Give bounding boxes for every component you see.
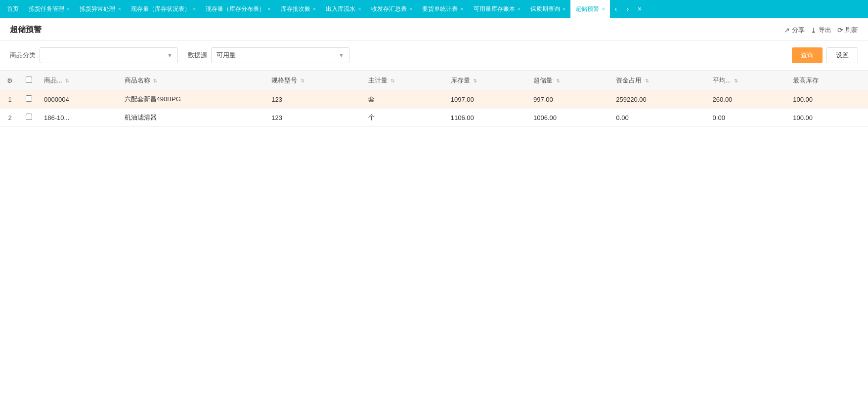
nav-arrow-left[interactable]: ‹ (610, 0, 622, 18)
row-index: 1 (0, 90, 20, 109)
row-max-stock: 100.00 (787, 109, 868, 127)
close-icon[interactable]: × (67, 6, 70, 12)
sort-icon: ⇅ (734, 78, 738, 83)
nav-item-7[interactable]: 收发存汇总表 × (366, 0, 417, 18)
row-stock: 1106.00 (445, 109, 527, 127)
nav-arrow-right[interactable]: › (622, 0, 634, 18)
sort-icon: ⇅ (473, 78, 477, 83)
category-select[interactable]: ▼ (40, 47, 178, 63)
nav-item-label: 拣货异常处理 (80, 5, 115, 13)
row-product-code: 0000004 (38, 90, 119, 109)
col-product-code[interactable]: 商品... ⇅ (38, 71, 119, 90)
nav-item-label: 出入库流水 (326, 5, 355, 13)
nav-item-label: 要货单统计表 (422, 5, 458, 13)
close-icon[interactable]: × (358, 6, 361, 12)
col-capital[interactable]: 资金占用 ⇅ (610, 71, 706, 90)
sort-icon: ⇅ (301, 78, 304, 83)
row-product-code: 186-10... (38, 109, 119, 127)
gear-column-header: ⚙ (0, 71, 20, 90)
nav-item-4[interactable]: 现存量（库存分布表） × (201, 0, 275, 18)
datasource-select[interactable]: 可用量 ▼ (211, 47, 349, 63)
nav-item-6[interactable]: 出入库流水 × (321, 0, 366, 18)
nav-item-3[interactable]: 现存量（库存状况表） × (126, 0, 201, 18)
table-row: 2 186-10... 机油滤清器 123 个 1106.00 1006.00 … (0, 109, 868, 127)
header-actions: ↗ 分享 ⤓ 导出 ⟳ 刷新 (784, 26, 858, 35)
sort-icon: ⇅ (153, 78, 157, 83)
close-icon[interactable]: × (409, 6, 412, 12)
nav-arrow-close[interactable]: × (634, 0, 646, 18)
nav-item-label: 可用量库存账本 (474, 5, 515, 13)
sort-icon: ⇅ (391, 78, 394, 83)
close-icon[interactable]: × (267, 6, 270, 12)
nav-item-active[interactable]: 超储预警 × (570, 0, 609, 18)
gear-icon[interactable]: ⚙ (7, 77, 13, 84)
table-header-row: ⚙ 商品... ⇅ 商品名称 ⇅ 规格型号 ⇅ (0, 71, 868, 90)
filter-label-datasource: 数据源 (188, 51, 207, 60)
share-button[interactable]: ↗ 分享 (784, 26, 805, 35)
close-icon[interactable]: × (563, 6, 565, 12)
col-label: 规格型号 (271, 77, 297, 84)
nav-bar: 首页 拣货任务管理 × 拣货异常处理 × 现存量（库存状况表） × 现存量（库存… (0, 0, 868, 18)
nav-item-5[interactable]: 库存批次账 × (276, 0, 321, 18)
col-label: 主计量 (368, 77, 388, 84)
row-product-name: 机油滤清器 (119, 109, 266, 127)
export-icon: ⤓ (811, 26, 817, 34)
close-icon[interactable]: × (313, 6, 316, 12)
filter-area: 商品分类 ▼ 数据源 可用量 ▼ 查询 设置 (0, 40, 868, 71)
filter-buttons: 查询 设置 (792, 47, 858, 63)
nav-item-1[interactable]: 拣货任务管理 × (24, 0, 75, 18)
nav-item-label: 保质期查询 (530, 5, 560, 13)
select-all-checkbox[interactable] (26, 77, 32, 83)
settings-button[interactable]: 设置 (826, 47, 858, 63)
page-wrapper: 超储预警 ↗ 分享 ⤓ 导出 ⟳ 刷新 商品分类 ▼ 数据源 (0, 18, 868, 395)
nav-item-label: 现存量（库存状况表） (131, 5, 190, 13)
datasource-select-value: 可用量 (217, 51, 236, 60)
col-stock[interactable]: 库存量 ⇅ (445, 71, 527, 90)
close-icon[interactable]: × (460, 6, 463, 12)
col-avg[interactable]: 平均... ⇅ (707, 71, 787, 90)
nav-item-10[interactable]: 保质期查询 × (525, 0, 570, 18)
close-icon[interactable]: × (602, 6, 605, 12)
export-label: 导出 (819, 26, 831, 35)
nav-item-label: 库存批次账 (281, 5, 310, 13)
chevron-down-icon: ▼ (339, 52, 344, 58)
chevron-down-icon: ▼ (167, 52, 173, 58)
col-label: 商品... (44, 77, 62, 84)
close-icon[interactable]: × (193, 6, 196, 12)
share-icon: ↗ (784, 26, 790, 34)
nav-item-label: 首页 (7, 5, 19, 13)
sort-icon: ⇅ (645, 78, 649, 83)
table-area: ⚙ 商品... ⇅ 商品名称 ⇅ 规格型号 ⇅ (0, 71, 868, 127)
row-product-name: 六配套新昌490BPG (119, 90, 266, 109)
col-product-name[interactable]: 商品名称 ⇅ (119, 71, 266, 90)
row-over-stock: 997.00 (527, 90, 610, 109)
row-over-stock: 1006.00 (527, 109, 610, 127)
col-max-stock[interactable]: 最高库存 (787, 71, 868, 90)
col-over-stock[interactable]: 超储量 ⇅ (527, 71, 610, 90)
filter-group-category: 商品分类 ▼ (10, 47, 178, 63)
row-checkbox[interactable] (26, 95, 32, 102)
query-button[interactable]: 查询 (792, 47, 823, 63)
refresh-button[interactable]: ⟳ 刷新 (837, 26, 858, 35)
nav-item-2[interactable]: 拣货异常处理 × (75, 0, 126, 18)
nav-item-home[interactable]: 首页 (2, 0, 24, 18)
row-max-stock: 100.00 (787, 90, 868, 109)
filter-group-datasource: 数据源 可用量 ▼ (188, 47, 349, 63)
close-icon[interactable]: × (118, 6, 121, 12)
row-unit: 个 (362, 109, 445, 127)
data-table: ⚙ 商品... ⇅ 商品名称 ⇅ 规格型号 ⇅ (0, 71, 868, 127)
nav-item-8[interactable]: 要货单统计表 × (417, 0, 468, 18)
filter-label-category: 商品分类 (10, 51, 36, 60)
table-row: 1 0000004 六配套新昌490BPG 123 套 1097.00 997.… (0, 90, 868, 109)
nav-item-9[interactable]: 可用量库存账本 × (469, 0, 525, 18)
col-label: 平均... (713, 77, 731, 84)
nav-item-label: 拣货任务管理 (29, 5, 64, 13)
nav-item-label: 现存量（库存分布表） (206, 5, 265, 13)
col-spec[interactable]: 规格型号 ⇅ (265, 71, 362, 90)
col-label: 资金占用 (616, 77, 642, 84)
row-checkbox[interactable] (26, 114, 32, 120)
close-icon[interactable]: × (518, 6, 521, 12)
row-checkbox-cell (20, 109, 38, 127)
export-button[interactable]: ⤓ 导出 (811, 26, 831, 35)
col-unit[interactable]: 主计量 ⇅ (362, 71, 445, 90)
